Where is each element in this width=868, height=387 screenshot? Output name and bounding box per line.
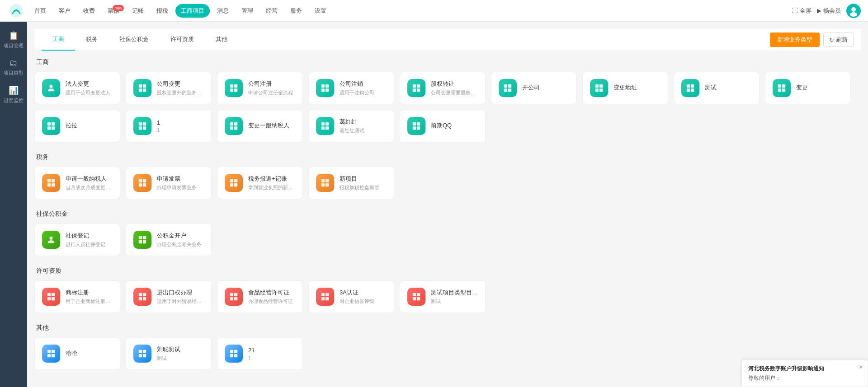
card-desc: 适用于注销公司 [340,89,387,96]
card-desc: 适用于公司变更法人 [66,89,113,96]
card-shebao-0[interactable]: 社保登记进行人员社保登记 [34,224,120,256]
nav-item-工商项目[interactable]: 工商项目 [175,4,210,18]
nav-item-首页[interactable]: 首页 [29,4,52,18]
card-gongshang-13[interactable]: 前期QQ [400,110,486,142]
svg-rect-77 [143,240,146,243]
card-gongshang-5[interactable]: 开公司 [491,72,577,104]
card-icon-qita-2 [225,345,243,363]
card-xuke-1[interactable]: 进出口权办理适用于对外贸易经营者 [126,280,212,313]
svg-rect-17 [413,84,416,88]
section-title-qita: 其他 [34,324,861,332]
card-desc: 股权变更外的业务变更 [157,89,204,96]
refresh-button[interactable]: ↻ 刷新 [823,33,854,47]
tab-其他[interactable]: 其他 [205,29,238,51]
notif-close-button[interactable]: ✕ [859,364,863,370]
card-gongshang-9[interactable]: 拉拉 [34,110,120,142]
card-desc: 报税加税控盘保管 [340,184,387,191]
svg-rect-98 [47,350,51,353]
nav-item-客户[interactable]: 客户 [53,4,76,18]
svg-rect-36 [782,89,785,92]
card-title: 股权转让 [431,80,478,88]
nav-item-管理[interactable]: 管理 [236,4,259,18]
card-desc: 测试 [431,298,478,305]
refresh-label: 刷新 [836,36,848,44]
svg-rect-29 [687,84,690,88]
tab-许可资质[interactable]: 许可资质 [160,29,205,51]
card-icon-gongshang-4 [407,79,425,97]
section-qita: 其他哈哈刘聪测试测试211 [34,324,861,370]
user-avatar[interactable] [846,4,861,18]
app-logo[interactable] [7,2,25,20]
sidebar-icon: 🗂 [9,58,18,68]
card-title: 新项目 [340,175,387,183]
card-xuke-4[interactable]: 测试项目类型目定义测试 [400,280,486,313]
card-gongshang-7[interactable]: 测试 [674,72,760,104]
card-icon-gongshang-12 [316,117,334,135]
vip-btn[interactable]: ▶ 畅会员 [817,7,841,15]
svg-rect-40 [52,126,55,130]
card-gongshang-12[interactable]: 葛红红葛红红测试 [308,110,394,142]
fullscreen-icon: ⛶ [792,7,798,14]
card-shuiwu-0[interactable]: 申请一般纳税人当月或次月成变更完成 [34,167,120,199]
card-content-gongshang-5: 开公司 [522,84,569,93]
card-gongshang-2[interactable]: 公司注册申请公司注册全流程 [217,72,303,104]
card-xuke-2[interactable]: 食品经营许可证办理食品经营许可证 [217,280,303,313]
card-content-xuke-4: 测试项目类型目定义测试 [431,289,478,305]
svg-rect-109 [234,354,237,357]
card-qita-2[interactable]: 211 [217,337,303,370]
card-title: 商标注册 [66,289,113,297]
card-shuiwu-3[interactable]: 新项目报税加税控盘保管 [308,167,394,199]
svg-rect-76 [139,240,142,243]
card-xuke-3[interactable]: 3A认证对企业信誉评级 [308,280,394,313]
card-xuke-0[interactable]: 商标注册用于企业商标注册服务 [34,280,120,313]
card-qita-1[interactable]: 刘聪测试测试 [126,337,212,370]
card-shuiwu-2[interactable]: 税务报道+记账拿到营业执照的新公司 [217,167,303,199]
nav-item-报税[interactable]: 报税 [151,4,174,18]
nav-item-设置[interactable]: 设置 [309,4,332,18]
card-gongshang-0[interactable]: 法人变更适用于公司变更法人 [34,72,120,104]
tabs-bar: 工商税务社保公积金许可资质其他 新增业务类型 ↻ 刷新 [34,29,861,51]
card-gongshang-3[interactable]: 公司注销适用于注销公司 [308,72,394,104]
nav-item-消息[interactable]: 消息 [212,4,234,18]
card-gongshang-8[interactable]: 变更 [765,72,851,104]
sidebar-item-项目类型[interactable]: 🗂项目类型 [1,55,26,80]
nav-item-票据[interactable]: 票据new [102,4,125,18]
svg-rect-83 [143,293,146,296]
card-title: 进出口权办理 [157,289,204,297]
fullscreen-btn[interactable]: ⛶ 全屏 [792,7,811,15]
svg-rect-46 [234,122,237,126]
add-type-button[interactable]: 新增业务类型 [770,33,820,47]
svg-rect-103 [143,350,146,353]
card-content-gongshang-6: 变更地址 [613,84,660,93]
card-shuiwu-1[interactable]: 申请发票办理申请发票业务 [126,167,212,199]
nav-item-经营[interactable]: 经营 [260,4,283,18]
card-qita-0[interactable]: 哈哈 [34,337,120,370]
sidebar-item-进度监控[interactable]: 📊进度监控 [1,82,26,107]
card-gongshang-1[interactable]: 公司变更股权变更外的业务变更 [126,72,212,104]
tab-社保公积金[interactable]: 社保公积金 [108,29,160,51]
card-desc: 办理公积金相关业务 [157,241,204,248]
svg-rect-84 [139,297,142,300]
svg-rect-24 [508,89,511,92]
svg-rect-80 [47,297,51,300]
nav-item-服务[interactable]: 服务 [285,4,307,18]
nav-item-收费[interactable]: 收费 [78,4,100,18]
card-content-gongshang-2: 公司注册申请公司注册全流程 [248,80,295,96]
card-title: 变更 [796,84,843,92]
card-gongshang-11[interactable]: 变更一般纳税人 [217,110,303,142]
svg-rect-7 [139,89,142,92]
svg-rect-53 [413,122,416,126]
svg-rect-64 [143,183,146,187]
sidebar-item-项目管理[interactable]: 📋项目管理 [1,27,26,53]
nav-item-记账[interactable]: 记账 [127,4,149,18]
svg-rect-28 [599,89,603,92]
card-shebao-1[interactable]: 公积金开户办理公积金相关业务 [126,224,212,256]
card-gongshang-6[interactable]: 变更地址 [582,72,668,104]
card-gongshang-10[interactable]: 11 [126,110,212,142]
tab-税务[interactable]: 税务 [75,29,108,51]
svg-rect-22 [508,84,511,88]
sidebar-item-label: 项目类型 [4,70,24,76]
card-gongshang-4[interactable]: 股权转让公司变更需要股权转让 [400,72,486,104]
tab-工商[interactable]: 工商 [42,29,75,51]
card-icon-gongshang-10 [133,117,151,135]
